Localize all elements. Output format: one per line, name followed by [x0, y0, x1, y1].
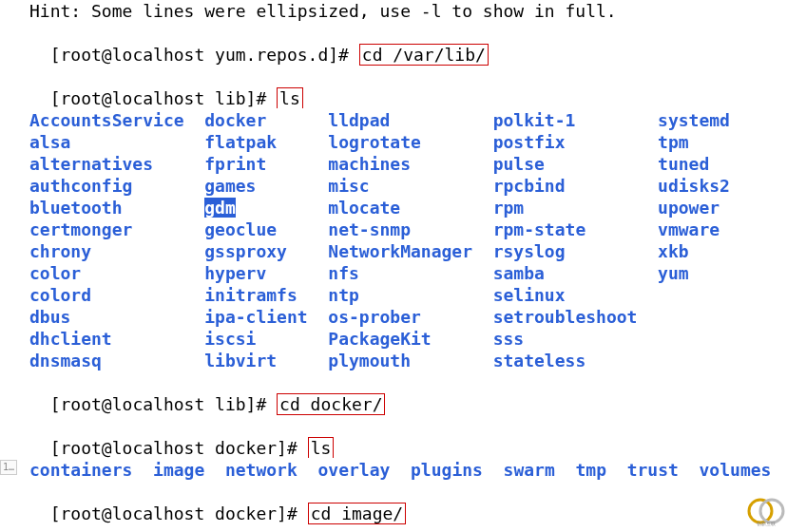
dir-net-snmp[interactable]: net-snmp [328, 219, 492, 239]
dir-machines[interactable]: machines [328, 154, 492, 174]
prompt-line: [root@localhost lib]# cd docker/ [29, 371, 787, 415]
prompt: [root@localhost docker]# [50, 504, 308, 523]
dir-dnsmasq[interactable]: dnsmasq [29, 351, 204, 370]
dir-udisks2[interactable]: udisks2 [658, 176, 760, 196]
svg-text:创新互联: 创新互联 [757, 521, 776, 526]
prompt-line: [root@localhost yum.repos.d]# cd /var/li… [29, 22, 787, 66]
cmd-cd-varlib: cd /var/lib/ [359, 44, 489, 66]
dir-postfix[interactable]: postfix [493, 132, 658, 152]
dir-samba[interactable]: samba [493, 263, 658, 283]
dir-mlocate[interactable]: mlocate [328, 198, 492, 218]
dir-geoclue[interactable]: geoclue [204, 219, 328, 239]
prompt: [root@localhost docker]# [50, 438, 308, 458]
dir-hyperv[interactable]: hyperv [204, 263, 328, 283]
dir-rsyslog[interactable]: rsyslog [493, 241, 658, 261]
dir-setroubleshoot[interactable]: setroubleshoot [493, 307, 658, 327]
dir-libvirt[interactable]: libvirt [204, 351, 328, 370]
dir-xkb[interactable]: xkb [658, 241, 760, 261]
dir-fprint[interactable]: fprint [204, 154, 328, 174]
dir-games[interactable]: games [204, 176, 328, 196]
cmd-cd-docker: cd docker/ [277, 393, 385, 415]
dir-lldpad[interactable]: lldpad [328, 110, 492, 130]
dir-upower[interactable]: upower [658, 198, 760, 218]
dir-NetworkManager[interactable]: NetworkManager [328, 241, 492, 261]
dir-tpm[interactable]: tpm [658, 132, 760, 152]
dir-tuned[interactable]: tuned [658, 154, 760, 174]
dir-initramfs[interactable]: initramfs [204, 285, 328, 305]
dir-rpm[interactable]: rpm [493, 198, 658, 218]
prompt-line: [root@localhost docker]# ls [29, 415, 787, 459]
dir-trust[interactable]: trust [627, 460, 679, 480]
hint-line: Hint: Some lines were ellipsized, use -l… [29, 0, 787, 22]
ls-varlib-output: AccountsService alsa alternatives authco… [29, 109, 787, 371]
dir-dbus[interactable]: dbus [29, 307, 204, 327]
dir-misc[interactable]: misc [328, 176, 492, 196]
prompt: [root@localhost lib]# [50, 88, 277, 108]
watermark-logo: 创新互联 [747, 498, 785, 526]
dir-vmware[interactable]: vmware [658, 219, 760, 239]
dir-overlay[interactable]: overlay [317, 460, 390, 480]
dir-color[interactable]: color [29, 263, 204, 283]
prompt-line: [root@localhost docker]# cd image/ [29, 481, 787, 524]
dir-volumes[interactable]: volumes [700, 460, 772, 480]
dir-dhclient[interactable]: dhclient [29, 329, 204, 349]
dir-swarm[interactable]: swarm [504, 460, 555, 480]
dir-ntp[interactable]: ntp [328, 285, 492, 305]
cmd-ls-docker: ls [308, 437, 335, 458]
dir-tmp[interactable]: tmp [575, 460, 606, 480]
prompt: [root@localhost lib]# [50, 394, 277, 414]
dir-pulse[interactable]: pulse [493, 154, 658, 174]
dir-rpcbind[interactable]: rpcbind [493, 176, 658, 196]
cmd-cd-image: cd image/ [308, 503, 407, 524]
dir-ipa-client[interactable]: ipa-client [204, 307, 328, 327]
dir-flatpak[interactable]: flatpak [204, 132, 328, 152]
dir-selinux[interactable]: selinux [493, 285, 658, 305]
cmd-ls-varlib: ls [277, 87, 303, 108]
dir-os-prober[interactable]: os-prober [328, 307, 492, 327]
dir-stateless[interactable]: stateless [493, 351, 658, 370]
prompt: [root@localhost yum.repos.d]# [50, 45, 359, 65]
dir-yum[interactable]: yum [658, 263, 760, 283]
line-number-badge: 1… [0, 460, 17, 475]
prompt-line: [root@localhost lib]# ls [29, 66, 787, 109]
dir-sss[interactable]: sss [493, 329, 658, 349]
dir-docker[interactable]: docker [204, 110, 328, 130]
dir-PackageKit[interactable]: PackageKit [328, 329, 492, 349]
dir-authconfig[interactable]: authconfig [29, 176, 204, 196]
dir-containers[interactable]: containers [29, 460, 132, 480]
dir-chrony[interactable]: chrony [29, 241, 204, 261]
dir-colord[interactable]: colord [29, 285, 204, 305]
dir-alsa[interactable]: alsa [29, 132, 204, 152]
dir-gdm[interactable]: gdm [204, 198, 236, 218]
dir-AccountsService[interactable]: AccountsService [29, 110, 204, 130]
dir-certmonger[interactable]: certmonger [29, 219, 204, 239]
dir-logrotate[interactable]: logrotate [328, 132, 492, 152]
dir-rpm-state[interactable]: rpm-state [493, 219, 658, 239]
dir-polkit-1[interactable]: polkit-1 [493, 110, 658, 130]
dir-nfs[interactable]: nfs [328, 263, 492, 283]
dir-plugins[interactable]: plugins [411, 460, 483, 480]
dir-alternatives[interactable]: alternatives [29, 154, 204, 174]
dir-gssproxy[interactable]: gssproxy [204, 241, 328, 261]
dir-network[interactable]: network [225, 460, 298, 480]
prompt-line: [root@localhost image]# ls [29, 524, 787, 532]
ls-docker-output: containers image network overlay plugins… [29, 459, 787, 481]
dir-bluetooth[interactable]: bluetooth [29, 198, 204, 218]
dir-image[interactable]: image [153, 460, 204, 480]
dir-iscsi[interactable]: iscsi [204, 329, 328, 349]
dir-systemd[interactable]: systemd [658, 110, 760, 130]
dir-plymouth[interactable]: plymouth [328, 351, 492, 370]
